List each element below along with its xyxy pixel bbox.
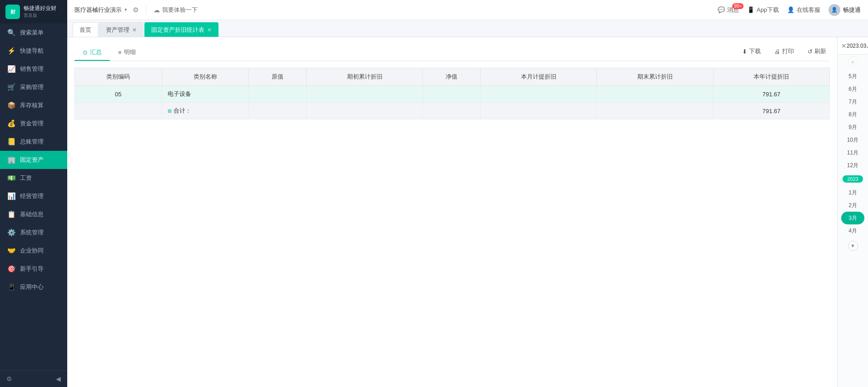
- sidebar-item-ops[interactable]: 📊经营管理: [0, 187, 67, 205]
- total-original: [249, 103, 307, 119]
- sidebar-icon-ledger: 📒: [7, 138, 15, 146]
- download-btn[interactable]: ⬇ 下载: [739, 45, 764, 57]
- month-8[interactable]: 8月: [838, 108, 868, 121]
- sidebar-label-collab: 企业协同: [20, 247, 44, 255]
- cell-period-end-dep: [597, 86, 713, 103]
- topbar-gear-icon[interactable]: ⚙: [133, 6, 139, 14]
- month-7[interactable]: 7月: [838, 95, 868, 108]
- tab-bar: 首页 资产管理 ✕ 固定资产折旧统计表 ✕: [67, 20, 868, 37]
- refresh-btn[interactable]: ↺ 刷新: [804, 45, 830, 57]
- sidebar-item-sales[interactable]: 📈销售管理: [0, 60, 67, 78]
- tab-home[interactable]: 首页: [73, 22, 98, 37]
- cell-net-value: [423, 86, 481, 103]
- cell-name: 电子设备: [162, 86, 249, 103]
- tab-asset-mgmt-close-icon[interactable]: ✕: [132, 27, 137, 33]
- sidebar-label-quicknav: 快捷导航: [20, 47, 44, 55]
- month-5[interactable]: 5月: [838, 70, 868, 83]
- customer-service-btn[interactable]: 👤 在线客服: [787, 6, 820, 14]
- sidebar-label-funds: 资金管理: [20, 119, 44, 128]
- topbar-right: 💬 消息 99+ 📱 App下载 👤 在线客服 👤 畅捷通: [718, 4, 861, 16]
- sidebar-icon-funds: 💰: [7, 119, 15, 128]
- sidebar-icon-ops: 📊: [7, 192, 15, 200]
- sidebar-item-funds[interactable]: 💰资金管理: [0, 114, 67, 133]
- tab-asset-mgmt-label: 资产管理: [106, 26, 129, 34]
- year-marker-row: 2023: [843, 175, 863, 183]
- sidebar-item-fixed-assets[interactable]: 🏢固定资产: [0, 151, 67, 169]
- month-3[interactable]: 3月: [841, 212, 864, 224]
- year-marker[interactable]: 2023: [843, 175, 863, 183]
- tab-depreciation-stats-close-icon[interactable]: ✕: [207, 27, 212, 33]
- sidebar-label-purchase: 采购管理: [20, 83, 44, 91]
- company-selector[interactable]: 医疗器械行业演示 ▾: [74, 6, 127, 14]
- tab-depreciation-stats[interactable]: 固定资产折旧统计表 ✕: [144, 22, 218, 37]
- sidebar-item-basic[interactable]: 📋基础信息: [0, 205, 67, 223]
- sidebar-icon-basic: 📋: [7, 210, 15, 218]
- sidebar-item-collab[interactable]: 🤝企业协同: [0, 242, 67, 260]
- date-panel: ✕ 2023.03 ⤢ ▲ 5月 6月 7月 8月 9月 10月 11月 12月: [837, 37, 868, 387]
- sidebar-item-payroll[interactable]: 💵工资: [0, 169, 67, 187]
- subtab-summary[interactable]: ⊙ 汇总: [74, 45, 110, 61]
- sidebar-item-apps[interactable]: 📱应用中心: [0, 278, 67, 296]
- scroll-down-btn[interactable]: ▼: [848, 241, 858, 251]
- sidebar-item-guide[interactable]: 🎯新手引导: [0, 260, 67, 278]
- app-download-btn[interactable]: 📱 App下载: [747, 6, 779, 14]
- month-6[interactable]: 6月: [838, 83, 868, 95]
- sidebar-item-quicknav[interactable]: ⚡快捷导航: [0, 42, 67, 60]
- summary-icon: ⊙: [83, 49, 88, 56]
- experience-btn[interactable]: ☁ 我要体验一下: [154, 6, 198, 14]
- sidebar-item-purchase[interactable]: 🛒采购管理: [0, 78, 67, 96]
- download-icon: ⬇: [742, 48, 747, 55]
- tab-asset-mgmt[interactable]: 资产管理 ✕: [99, 22, 144, 37]
- total-net-value: [423, 103, 481, 119]
- customer-service-label: 在线客服: [797, 6, 820, 14]
- table-row[interactable]: 05 电子设备 791.67: [75, 86, 830, 103]
- settings-icon[interactable]: ⚙: [6, 375, 12, 382]
- month-2[interactable]: 2月: [838, 199, 868, 212]
- subtab-summary-label: 汇总: [90, 48, 102, 56]
- month-1[interactable]: 1月: [838, 186, 868, 199]
- subtab-bar: ⊙ 汇总 ≡ 明细: [74, 45, 144, 61]
- refresh-icon: ↺: [808, 48, 813, 55]
- sidebar-icon-system: ⚙️: [7, 228, 15, 237]
- detail-icon: ≡: [118, 49, 122, 56]
- sidebar-item-ledger[interactable]: 📒总账管理: [0, 133, 67, 151]
- user-avatar: 👤: [828, 4, 840, 16]
- month-9[interactable]: 9月: [838, 121, 868, 134]
- sidebar-label-payroll: 工资: [20, 174, 32, 182]
- sidebar-label-sales: 销售管理: [20, 65, 44, 73]
- sidebar-item-search[interactable]: 🔍搜索菜单: [0, 24, 67, 42]
- sidebar-icon-payroll: 💵: [7, 174, 15, 182]
- month-10[interactable]: 10月: [838, 134, 868, 146]
- messages-btn[interactable]: 💬 消息 99+: [718, 6, 739, 14]
- sidebar-label-guide: 新手引导: [20, 265, 44, 273]
- sidebar-label-fixed-assets: 固定资产: [20, 156, 44, 164]
- scroll-up-btn[interactable]: ▲: [848, 56, 858, 66]
- user-menu[interactable]: 👤 畅捷通: [828, 4, 861, 16]
- sidebar-label-ops: 经营管理: [20, 192, 44, 200]
- sidebar-item-system[interactable]: ⚙️系统管理: [0, 223, 67, 242]
- depreciation-table-container: 类别编码 类别名称 原值 期初累计折旧 净值 本月计提折旧 期末累计折旧 本年计…: [74, 68, 830, 380]
- subtab-detail[interactable]: ≡ 明细: [110, 45, 144, 61]
- date-panel-close-icon[interactable]: ✕: [841, 42, 847, 50]
- collapse-icon[interactable]: ◀: [56, 375, 61, 382]
- print-btn[interactable]: 🖨 打印: [771, 45, 798, 57]
- user-name: 畅捷通: [843, 6, 861, 14]
- refresh-label: 刷新: [814, 47, 826, 55]
- date-panel-expand-icon[interactable]: ⤢: [866, 42, 868, 50]
- tab-home-label: 首页: [79, 26, 91, 34]
- sidebar-icon-search: 🔍: [7, 29, 15, 37]
- sidebar-label-search: 搜索菜单: [20, 29, 44, 37]
- sidebar-label-apps: 应用中心: [20, 283, 44, 291]
- download-label: 下载: [749, 47, 761, 55]
- sidebar-icon-collab: 🤝: [7, 247, 15, 255]
- cell-code: 05: [75, 86, 162, 103]
- messages-badge: 99+: [732, 3, 744, 9]
- month-12[interactable]: 12月: [838, 159, 868, 172]
- sidebar-label-system: 系统管理: [20, 228, 44, 237]
- sidebar-item-inventory[interactable]: 📦库存核算: [0, 96, 67, 114]
- scroll-down-area: ▼: [848, 239, 858, 253]
- month-11[interactable]: 11月: [838, 146, 868, 159]
- month-list-after: 1月 2月 3月 4月: [838, 184, 868, 239]
- logo-sub: 普及版: [24, 12, 56, 19]
- month-4[interactable]: 4月: [838, 224, 868, 237]
